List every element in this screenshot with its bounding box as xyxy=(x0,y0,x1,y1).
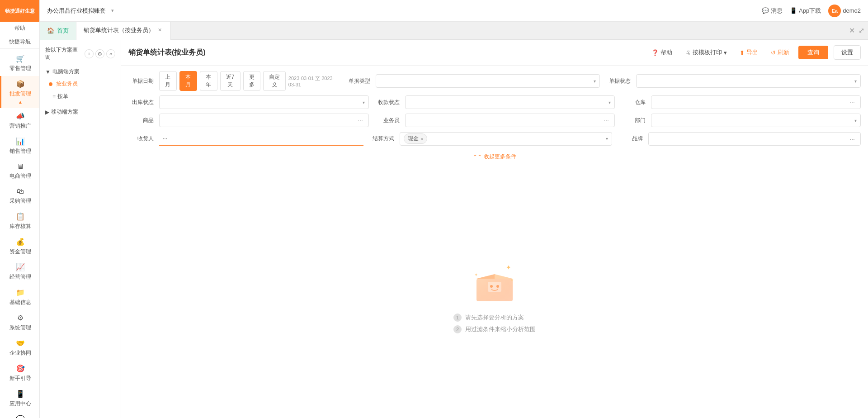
salesperson-dots[interactable]: ··· xyxy=(602,117,611,124)
tip-num-2: 2 xyxy=(453,325,462,333)
scheme-item-by-salesperson[interactable]: 按业务员 xyxy=(40,77,121,90)
date-custom-btn[interactable]: 自定义 xyxy=(263,71,285,91)
mobile-group-title[interactable]: ▶ 移动端方案 xyxy=(40,106,121,118)
tab-close-button[interactable]: ✕ xyxy=(157,26,163,34)
empty-tips: 1 请先选择要分析的方案 2 用过滤条件来缩小分析范围 xyxy=(453,314,536,333)
sidebar-item-wholesale[interactable]: 📦 批发管理 ▲ xyxy=(0,76,39,108)
collapse-row: ⌃⌃ 收起更多条件 xyxy=(128,150,861,163)
out-status-select[interactable]: ▾ xyxy=(159,95,369,109)
svg-text:✦: ✦ xyxy=(506,264,511,271)
content-area: 按以下方案查询 + ⚙ « ▼ 电脑端方案 xyxy=(40,40,868,418)
pc-group-title[interactable]: ▼ 电脑端方案 xyxy=(40,66,121,77)
sidebar-item-wechat[interactable]: 💬 企业微信 xyxy=(0,411,39,418)
dept-label: 部门 xyxy=(620,117,646,124)
brand-select[interactable]: ··· xyxy=(648,132,861,146)
query-button[interactable]: 查询 xyxy=(798,46,828,59)
app-download-button[interactable]: 📱 App下载 xyxy=(790,7,821,15)
goods-dots[interactable]: ··· xyxy=(356,117,365,124)
payment-method-label: 结算方式 xyxy=(369,135,394,142)
sidebar-item-label: 采购管理 xyxy=(9,197,31,205)
sidebar-item-basics[interactable]: 📁 基础信息 xyxy=(0,285,39,310)
dept-select[interactable]: ▾ xyxy=(651,114,861,127)
payment-method-tag: 现金 × xyxy=(404,133,427,144)
date-last7-btn[interactable]: 近7天 xyxy=(220,71,241,91)
export-button[interactable]: ⬆ 导出 xyxy=(736,47,762,58)
date-last-month-btn[interactable]: 上月 xyxy=(159,71,177,91)
tab-home[interactable]: 🏠 首页 xyxy=(40,22,76,40)
enterprise-icon: 🤝 xyxy=(16,339,25,347)
svg-marker-1 xyxy=(476,274,495,279)
date-more-btn[interactable]: 更多 xyxy=(243,71,261,91)
payment-method-select[interactable]: 现金 × ▾ xyxy=(400,132,612,146)
sidebar-item-sales[interactable]: 📊 销售管理 xyxy=(0,133,39,159)
app-title: 办公用品行业模拟账套 xyxy=(47,7,106,15)
settings-button[interactable]: 设置 xyxy=(834,45,861,60)
collapse-filters-button[interactable]: ⌃⌃ 收起更多条件 xyxy=(128,150,861,163)
doc-type-select[interactable]: ▾ xyxy=(376,74,600,88)
brand-dots[interactable]: ··· xyxy=(848,135,857,142)
payment-tag-close[interactable]: × xyxy=(420,136,423,142)
doc-status-select[interactable]: ▾ xyxy=(636,74,861,88)
sidebar-item-operations[interactable]: 📈 经营管理 xyxy=(0,259,39,285)
goods-select[interactable]: ··· xyxy=(159,114,369,127)
sidebar-item-inventory[interactable]: 📋 库存核算 xyxy=(0,209,39,234)
purchase-icon: 🛍 xyxy=(17,187,24,195)
date-this-year-btn[interactable]: 本年 xyxy=(200,71,217,91)
recv-status-select[interactable]: ▾ xyxy=(405,95,615,109)
user-menu[interactable]: Ea demo2 xyxy=(828,5,861,17)
settings-scheme-button[interactable]: ⚙ xyxy=(95,49,104,58)
filter-row-1: 单据日期 上月 本月 本年 近7天 更多 自定义 2023-03-01 至 20… xyxy=(128,71,861,91)
app-dropdown-arrow[interactable]: ▾ xyxy=(111,8,114,14)
help-button[interactable]: ❓ 帮助 xyxy=(648,47,676,58)
quick-nav[interactable]: 快捷导航 xyxy=(0,35,39,49)
filter-area: 单据日期 上月 本月 本年 近7天 更多 自定义 2023-03-01 至 20… xyxy=(121,66,868,169)
print-button[interactable]: 🖨 按模板打印 ▾ xyxy=(681,47,731,58)
left-panel-header: 按以下方案查询 + ⚙ « xyxy=(40,43,121,64)
expand-arrow: ▲ xyxy=(18,100,23,104)
message-icon: 💬 xyxy=(762,7,769,14)
collapse-panel-button[interactable]: « xyxy=(106,49,115,58)
export-icon: ⬆ xyxy=(740,49,745,56)
sidebar-item-label: 企业协同 xyxy=(9,349,31,357)
sidebar-item-purchase[interactable]: 🛍 采购管理 xyxy=(0,184,39,209)
finance-icon: 💰 xyxy=(16,238,25,246)
consignee-input[interactable] xyxy=(159,132,363,145)
refresh-button[interactable]: ↺ 刷新 xyxy=(767,47,793,58)
active-scheme-dot xyxy=(49,82,52,86)
message-button[interactable]: 💬 消息 xyxy=(762,7,783,15)
inventory-icon: 📋 xyxy=(16,212,25,221)
sidebar-nav: 🛒 零售管理 📦 批发管理 ▲ 📣 营销推广 📊 销售管理 🖥 电商管理 🛍 采… xyxy=(0,49,39,418)
sidebar-item-enterprise[interactable]: 🤝 企业协同 xyxy=(0,335,39,361)
newbie-icon: 🎯 xyxy=(16,364,25,373)
sidebar-item-ecommerce[interactable]: 🖥 电商管理 xyxy=(0,159,39,184)
sidebar-item-system[interactable]: ⚙ 系统管理 xyxy=(0,310,39,335)
right-content: 销货单统计表(按业务员) ❓ 帮助 🖨 按模板打印 ▾ ⬆ 导出 xyxy=(121,40,868,418)
tab-close-window-button[interactable]: ✕ xyxy=(849,26,855,35)
tab-maximize-button[interactable]: ⤢ xyxy=(859,26,864,35)
sidebar-item-newbie[interactable]: 🎯 新手引导 xyxy=(0,361,39,386)
warehouse-select[interactable]: ··· xyxy=(651,95,861,109)
payment-method-arrow: ▾ xyxy=(606,136,608,141)
sidebar-item-label: 电商管理 xyxy=(9,172,31,180)
sidebar-item-marketing[interactable]: 📣 营销推广 xyxy=(0,108,39,133)
add-scheme-button[interactable]: + xyxy=(85,49,94,58)
appstore-icon: 📱 xyxy=(16,390,25,398)
tab-sales-stat[interactable]: 销货单统计表（按业务员） ✕ xyxy=(76,22,170,40)
warehouse-dots[interactable]: ··· xyxy=(848,99,857,106)
goods-label: 商品 xyxy=(128,117,154,124)
wholesale-icon: 📦 xyxy=(16,80,25,88)
sidebar-search[interactable]: « 帮助 xyxy=(0,22,39,35)
collapse-icon: ⌃⌃ xyxy=(473,154,482,160)
sidebar-item-finance[interactable]: 💰 资金管理 xyxy=(0,234,39,259)
consignee-label: 收货人 xyxy=(128,135,154,142)
mobile-group-label: 移动端方案 xyxy=(51,108,78,116)
retail-icon: 🛒 xyxy=(16,54,25,63)
empty-state-icon: ✦ ✦ ★ xyxy=(467,254,522,308)
scheme-item-by-order[interactable]: ≡ 按单 xyxy=(40,90,121,103)
salesperson-select[interactable]: ··· xyxy=(405,114,615,127)
date-this-month-btn[interactable]: 本月 xyxy=(179,71,197,91)
sidebar-item-retail[interactable]: 🛒 零售管理 xyxy=(0,51,39,76)
sidebar-item-appstore[interactable]: 📱 应用中心 xyxy=(0,386,39,411)
page-header: 销货单统计表(按业务员) ❓ 帮助 🖨 按模板打印 ▾ ⬆ 导出 xyxy=(121,40,868,66)
quick-nav-label: 快捷导航 xyxy=(9,38,31,45)
